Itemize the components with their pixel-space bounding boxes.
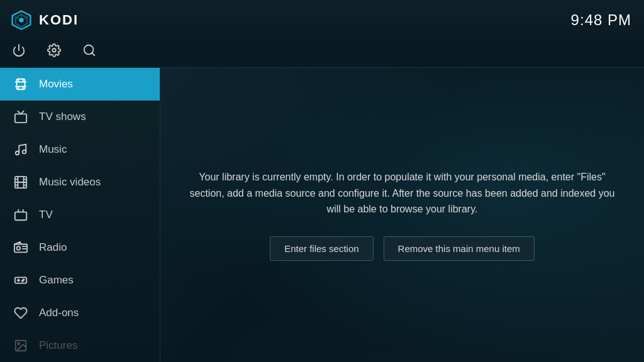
time-display: 9:48 PM xyxy=(571,11,631,29)
svg-rect-16 xyxy=(15,114,26,123)
empty-library-message: Your library is currently empty. In orde… xyxy=(186,169,619,217)
music-icon xyxy=(13,141,29,158)
svg-point-7 xyxy=(52,48,56,52)
main-content: Movies TV shows Music xyxy=(0,68,644,362)
sidebar-item-radio-label: Radio xyxy=(39,241,67,254)
app-title: KODI xyxy=(39,12,79,28)
svg-line-9 xyxy=(92,53,94,55)
sidebar-item-tv[interactable]: TV xyxy=(0,199,160,231)
games-icon xyxy=(13,272,29,288)
svg-point-18 xyxy=(23,150,26,154)
enter-files-section-button[interactable]: Enter files section xyxy=(270,236,373,261)
content-area: Your library is currently empty. In orde… xyxy=(160,68,644,362)
svg-rect-27 xyxy=(15,212,26,220)
sidebar-item-movies-label: Movies xyxy=(39,78,73,90)
sidebar-item-add-ons[interactable]: Add-ons xyxy=(0,297,160,329)
top-bar: KODI 9:48 PM xyxy=(0,0,644,38)
toolbar xyxy=(0,38,644,68)
kodi-logo-icon xyxy=(10,9,33,31)
power-icon[interactable] xyxy=(10,43,28,60)
svg-point-17 xyxy=(16,151,19,155)
message-box: Your library is currently empty. In orde… xyxy=(186,169,619,261)
sidebar-item-music-label: Music xyxy=(39,143,67,156)
search-icon[interactable] xyxy=(80,43,98,60)
sidebar-item-pictures-label: Pictures xyxy=(39,339,77,352)
movies-icon xyxy=(13,76,29,92)
sidebar-item-tv-label: TV xyxy=(39,209,53,221)
sidebar-item-radio[interactable]: Radio xyxy=(0,231,160,264)
svg-line-3 xyxy=(13,16,21,20)
sidebar-item-tv-shows-label: TV shows xyxy=(39,111,86,123)
sidebar: Movies TV shows Music xyxy=(0,68,160,362)
sidebar-item-games-label: Games xyxy=(39,274,74,287)
svg-point-37 xyxy=(18,343,19,344)
svg-point-35 xyxy=(23,279,25,280)
sidebar-item-music-videos[interactable]: Music videos xyxy=(0,166,160,199)
music-videos-icon xyxy=(13,174,29,190)
tv-icon xyxy=(13,207,29,223)
sidebar-item-movies[interactable]: Movies xyxy=(0,68,160,101)
sidebar-item-tv-shows[interactable]: TV shows xyxy=(0,101,160,133)
sidebar-item-music-videos-label: Music videos xyxy=(39,176,101,189)
sidebar-item-add-ons-label: Add-ons xyxy=(39,307,79,319)
settings-icon[interactable] xyxy=(45,43,63,60)
svg-line-4 xyxy=(21,16,30,20)
radio-icon xyxy=(13,239,29,256)
pictures-icon xyxy=(13,337,29,354)
logo-area: KODI xyxy=(10,9,79,31)
sidebar-item-games[interactable]: Games xyxy=(0,264,160,297)
svg-point-29 xyxy=(17,246,20,250)
sidebar-item-pictures[interactable]: Pictures xyxy=(0,329,160,362)
tv-shows-icon xyxy=(13,109,29,125)
add-ons-icon xyxy=(13,305,29,321)
remove-menu-item-button[interactable]: Remove this main menu item xyxy=(384,236,535,261)
sidebar-item-music[interactable]: Music xyxy=(0,133,160,166)
buttons-row: Enter files section Remove this main men… xyxy=(186,236,619,261)
